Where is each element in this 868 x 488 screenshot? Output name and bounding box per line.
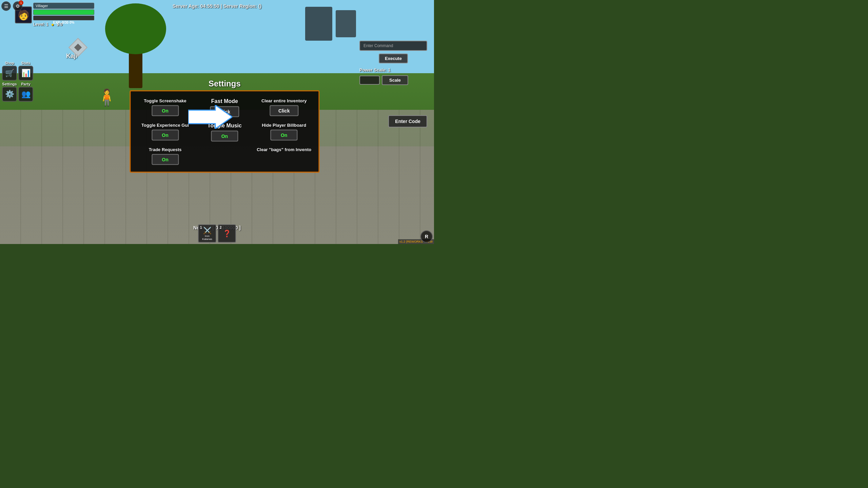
avatar-icon: 🧑 [18,9,29,21]
hotbar-slot-2[interactable]: 2 ❓ [218,224,236,243]
hud-top: 🧑 Villager HP: 105/105 100% EXP: 0/30 0% [0,0,434,30]
big-arrow [188,105,229,129]
settings-button[interactable]: ⚙️ [2,87,17,102]
hotbar: 1 ⚔️ IronKatanas 2 ❓ [197,223,237,244]
player-character: 🧍 [97,88,117,107]
diamond-shape [68,38,88,57]
exp-bar-bg [33,16,94,20]
player-title-badge: Villager [33,3,94,9]
power-scale-row: Power Scale: 1 [359,67,427,73]
setting-billboard: Hide Player Billboard On [256,123,312,142]
setting-trade-requests: Trade Requests On [137,147,193,165]
scale-button[interactable]: Scale [382,75,408,85]
exp-gui-button[interactable]: On [152,130,179,141]
menu-icon[interactable]: ☰ [1,1,11,11]
exp-gui-label: Toggle Experience Gui [141,123,189,128]
clear-bags-label: Clear "bags" from Invento [257,147,311,152]
fastmode-label: Fast Mode [211,98,238,104]
setting-clear-inventory: Clear entire Inventory Click [256,98,312,117]
shop-button[interactable]: 🛒 [2,66,17,81]
setting-screenshake: Toggle Screenshake On [137,98,193,117]
scale-controls: 1 Scale [359,75,427,85]
hotbar-slot-1[interactable]: 1 ⚔️ IronKatanas [198,224,216,243]
trade-label: Trade Requests [149,147,182,152]
shop-label: Shop [5,61,14,65]
command-input[interactable] [359,41,427,51]
settings-label: Settings [2,82,17,86]
nav-icons: Shop 🛒 Stats 📊 Settings ⚙️ Party 👥 [2,61,33,102]
slot-1-label: IronKatanas [202,235,212,241]
screenshake-label: Toggle Screenshake [144,98,186,103]
toggle-music-button[interactable]: On [211,131,238,142]
notification-badge: 1 [19,0,23,5]
setting-exp-gui: Toggle Experience Gui On [137,123,193,142]
slot-2-icon: ❓ [223,229,231,238]
hp-bar-wrapper: HP: 105/105 100% [33,9,94,15]
party-button[interactable]: 👥 [18,87,33,102]
party-label: Party [21,82,31,86]
diamond-inner [74,44,82,52]
settings-panel: Toggle Screenshake On Fast Mode Click Cl… [130,90,319,173]
exp-bar-wrapper: EXP: 0/30 0% [33,16,94,20]
movement-diamond [68,37,88,58]
stats-button[interactable]: 📊 [18,66,33,81]
top-left-icons: ☰ ⚙ 1 [1,1,22,11]
nav-item-party[interactable]: Party 👥 [18,82,33,102]
scale-input[interactable]: 1 [359,76,380,85]
clear-inventory-label: Clear entire Inventory [261,98,307,103]
player-title-row: 🧑 Villager HP: 105/105 100% EXP: 0/30 0% [15,3,94,27]
clear-inventory-button[interactable]: Click [270,105,298,116]
slot-1-icon: ⚔️ [203,226,212,235]
execute-button[interactable]: Execute [379,54,408,63]
stats-label: Stats [21,61,31,65]
exp-text: EXP: 0/30 0% [33,20,94,25]
settings-title: Settings [130,79,319,88]
svg-marker-0 [188,105,232,129]
billboard-label: Hide Player Billboard [262,123,306,128]
nav-item-shop[interactable]: Shop 🛒 [2,61,17,81]
empty-cell [197,147,252,165]
arrow-svg [188,105,232,129]
player-hud: 🧑 Villager HP: 105/105 100% EXP: 0/30 0% [15,3,94,28]
screenshake-button[interactable]: On [152,105,179,116]
settings-icon[interactable]: ⚙ 1 [13,1,22,11]
slot-2-number: 2 [220,226,222,229]
billboard-button[interactable]: On [271,130,298,141]
roblox-icon: R [420,230,433,243]
setting-clear-bags: Clear "bags" from Invento [256,147,312,165]
stats-column: Villager HP: 105/105 100% EXP: 0/30 0% L… [33,3,94,27]
slot-1-number: 1 [200,226,202,229]
right-panel: Execute Power Scale: 1 1 Scale [359,41,427,85]
hp-bar-bg [33,9,94,15]
nav-item-stats[interactable]: Stats 📊 [18,61,33,81]
trade-button[interactable]: On [152,154,179,165]
power-scale-label: Power Scale: 1 [359,67,391,73]
enter-code-button[interactable]: Enter Code [388,115,427,127]
nav-item-settings[interactable]: Settings ⚙️ [2,82,17,102]
hp-bar-fill [34,10,94,15]
